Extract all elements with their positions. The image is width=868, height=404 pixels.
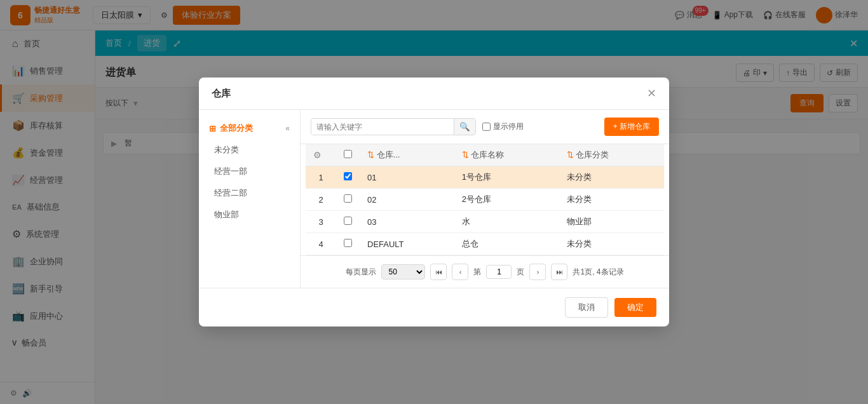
category-item-dept1[interactable]: 经营一部 [199, 161, 300, 182]
row-checkbox[interactable] [344, 194, 352, 203]
row-checkbox[interactable] [344, 239, 352, 247]
category-all[interactable]: ⊞ 全部分类 « [199, 118, 300, 139]
modal-footer: 取消 确定 [199, 288, 669, 327]
search-input[interactable] [311, 119, 454, 135]
modal-title: 仓库 [212, 88, 231, 100]
page-size-select[interactable]: 50 100 200 [381, 264, 425, 279]
prev-page-btn[interactable]: ‹ [452, 264, 468, 280]
select-all-checkbox[interactable] [344, 150, 352, 158]
cell-name: 水 [454, 211, 559, 233]
col-header-name: ⇅ 仓库名称 [454, 144, 559, 166]
page-label: 第 [473, 267, 481, 278]
sort-icon: ⇅ [367, 150, 374, 159]
search-box: 🔍 [311, 118, 476, 135]
cell-name: 1号仓库 [454, 166, 559, 189]
total-records: 共1页, 4条记录 [573, 267, 623, 278]
all-category-label: 全部分类 [220, 123, 253, 134]
sort-icon-cat: ⇅ [567, 150, 574, 159]
cell-code: 02 [360, 189, 454, 211]
col-header-check [336, 144, 360, 166]
cell-num: 2 [306, 189, 336, 211]
modal-header: 仓库 ✕ [199, 77, 669, 110]
show-disabled-text: 显示停用 [493, 121, 524, 132]
col-header-category: ⇅ 仓库分类 [559, 144, 664, 166]
pagination: 每页显示 50 100 200 ⏮ ‹ 第 页 › ⏭ 共1页, 4条记录 [301, 255, 669, 288]
show-disabled-checkbox[interactable] [482, 123, 491, 131]
col-header-num: ⚙ [306, 144, 336, 166]
search-button[interactable]: 🔍 [454, 119, 475, 135]
table-header-row: ⚙ ⇅ 仓库... ⇅ 仓库名称 [306, 144, 664, 166]
last-page-btn[interactable]: ⏭ [551, 264, 567, 280]
next-page-btn[interactable]: › [529, 264, 546, 280]
cell-name: 总仓 [454, 233, 559, 255]
row-checkbox[interactable] [344, 172, 352, 180]
cell-num: 4 [306, 233, 336, 255]
warehouse-modal: 仓库 ✕ ⊞ 全部分类 « 未分类 经营一部 经营二部 物业部 🔍 [199, 77, 669, 327]
modal-main-content: 🔍 显示停用 + 新增仓库 ⚙ [301, 110, 669, 288]
table-row[interactable]: 2 02 2号仓库 未分类 [306, 189, 664, 211]
cell-check[interactable] [336, 233, 360, 255]
add-warehouse-button[interactable]: + 新增仓库 [604, 118, 659, 136]
category-item-dept2[interactable]: 经营二部 [199, 182, 300, 204]
cell-category: 未分类 [559, 166, 664, 189]
per-page-label: 每页显示 [346, 267, 376, 278]
page-number-input[interactable] [486, 265, 512, 279]
col-header-code: ⇅ 仓库... [360, 144, 454, 166]
category-collapse-btn[interactable]: « [285, 124, 290, 133]
modal-category-sidebar: ⊞ 全部分类 « 未分类 经营一部 经营二部 物业部 [199, 110, 301, 288]
page-unit: 页 [517, 267, 524, 278]
cell-name: 2号仓库 [454, 189, 559, 211]
cell-code: 03 [360, 211, 454, 233]
warehouse-table-container: ⚙ ⇅ 仓库... ⇅ 仓库名称 [301, 144, 669, 255]
cell-category: 物业部 [559, 211, 664, 233]
cell-code: 01 [360, 166, 454, 189]
show-disabled-label[interactable]: 显示停用 [482, 121, 524, 132]
grid-icon: ⊞ [209, 124, 216, 133]
sort-icon-name: ⇅ [462, 150, 469, 159]
cell-check[interactable] [336, 166, 360, 189]
category-item-uncategorized[interactable]: 未分类 [199, 139, 300, 161]
cancel-button[interactable]: 取消 [565, 297, 608, 318]
cell-check[interactable] [336, 211, 360, 233]
cell-category: 未分类 [559, 189, 664, 211]
category-item-property[interactable]: 物业部 [199, 204, 300, 226]
modal-body: ⊞ 全部分类 « 未分类 经营一部 经营二部 物业部 🔍 [199, 110, 669, 288]
modal-close-button[interactable]: ✕ [647, 86, 656, 100]
cell-check[interactable] [336, 189, 360, 211]
table-row[interactable]: 3 03 水 物业部 [306, 211, 664, 233]
table-row[interactable]: 1 01 1号仓库 未分类 [306, 166, 664, 189]
first-page-btn[interactable]: ⏮ [430, 264, 447, 280]
cell-category: 未分类 [559, 233, 664, 255]
cell-num: 1 [306, 166, 336, 189]
col-gear-icon[interactable]: ⚙ [313, 150, 322, 160]
cell-num: 3 [306, 211, 336, 233]
warehouse-table: ⚙ ⇅ 仓库... ⇅ 仓库名称 [306, 144, 664, 255]
search-icon: 🔍 [459, 122, 470, 131]
table-row[interactable]: 4 DEFAULT 总仓 未分类 [306, 233, 664, 255]
modal-toolbar: 🔍 显示停用 + 新增仓库 [301, 110, 669, 144]
row-checkbox[interactable] [344, 217, 352, 225]
cell-code: DEFAULT [360, 233, 454, 255]
confirm-button[interactable]: 确定 [614, 298, 656, 317]
